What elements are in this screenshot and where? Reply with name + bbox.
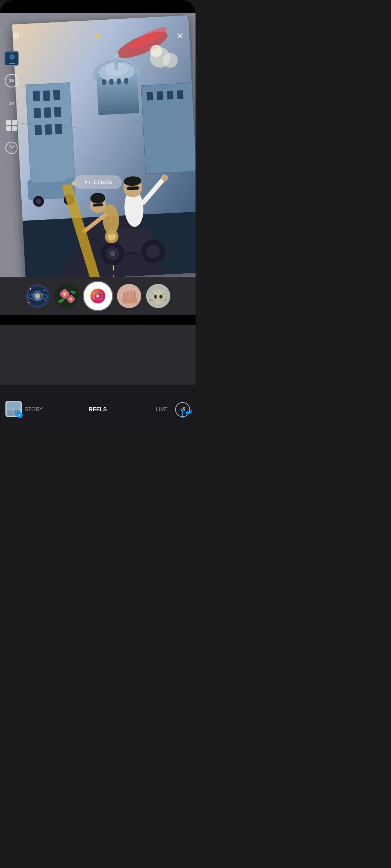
instagram-gradient-icon	[90, 289, 105, 303]
svg-rect-15	[43, 91, 50, 101]
live-label: LIVE	[156, 407, 168, 413]
svg-rect-25	[157, 91, 163, 100]
status-bar	[0, 0, 196, 13]
nav-reels[interactable]: REELS	[71, 403, 125, 416]
svg-rect-16	[53, 90, 61, 100]
layout-cell	[6, 126, 11, 131]
thumbnail-item-1[interactable]	[25, 284, 50, 308]
svg-rect-99	[122, 298, 137, 303]
svg-point-110	[160, 295, 162, 298]
svg-rect-11	[117, 78, 121, 85]
svg-rect-18	[44, 107, 51, 118]
clock-timer-button[interactable]	[3, 140, 20, 156]
record-button[interactable]	[84, 282, 112, 310]
gallery-thumbnail: ▬▬	[4, 51, 19, 66]
bottom-navigation: + STORY REELS LIVE ↺	[0, 385, 196, 434]
add-badge: +	[17, 412, 23, 418]
play-triangle-icon	[97, 294, 100, 298]
svg-point-102	[151, 289, 166, 304]
svg-rect-119	[7, 410, 14, 416]
layout-cell	[12, 126, 17, 131]
svg-rect-12	[124, 78, 128, 84]
layout-button[interactable]	[3, 117, 20, 134]
camera-viewfinder: ⚙ ⚡ ✕ ▬▬	[0, 13, 196, 277]
story-label: STORY	[24, 407, 43, 413]
svg-point-109	[155, 295, 156, 298]
effects-label: Effects	[94, 179, 112, 186]
thumbnail-strip	[0, 277, 196, 315]
svg-rect-13	[26, 83, 75, 186]
flash-button[interactable]: ⚡	[90, 28, 105, 43]
phone-frame: ⚙ ⚡ ✕ ▬▬	[0, 0, 196, 434]
settings-button[interactable]: ⚙	[8, 28, 23, 43]
clock-minute-hand	[12, 145, 16, 148]
svg-point-75	[43, 290, 44, 291]
svg-rect-21	[45, 124, 52, 135]
svg-rect-55	[93, 203, 103, 207]
watermark-bracket-left: [	[181, 408, 184, 418]
safe-area	[0, 315, 196, 325]
effects-area: ✦+ Effects	[74, 175, 122, 189]
svg-point-74	[30, 288, 31, 290]
effects-button[interactable]: ✦+ Effects	[74, 175, 122, 189]
svg-point-76	[45, 300, 46, 301]
close-icon: ✕	[176, 32, 184, 40]
nav-bar: + STORY REELS LIVE ↺	[0, 385, 196, 434]
close-button[interactable]: ✕	[172, 28, 187, 43]
zoom-button[interactable]: 1×	[3, 95, 20, 111]
svg-rect-17	[34, 108, 41, 118]
clock-icon	[5, 142, 18, 154]
svg-rect-19	[54, 107, 61, 117]
sparkle-icon: ✦+	[83, 179, 91, 185]
zoom-level: 1×	[8, 100, 14, 106]
layout-cell	[6, 120, 11, 125]
gear-icon: ⚙	[12, 31, 20, 41]
svg-rect-49	[127, 186, 139, 190]
svg-rect-26	[167, 91, 173, 100]
thumbnail-item-2[interactable]	[55, 284, 79, 308]
svg-rect-27	[177, 90, 183, 99]
gallery-button[interactable]: ▬▬	[3, 50, 20, 66]
svg-point-91	[69, 298, 72, 300]
timer-value: 15	[9, 78, 14, 83]
svg-point-66	[9, 54, 15, 60]
reels-play-icon	[94, 293, 102, 299]
thumbnail-item-5[interactable]	[146, 284, 170, 308]
svg-rect-20	[35, 125, 42, 135]
flash-icon: ⚡	[92, 31, 103, 41]
timer-display: 15	[5, 74, 18, 87]
svg-rect-118	[7, 402, 20, 409]
reels-label: REELS	[89, 407, 107, 413]
left-sidebar: ▬▬ 15 1×	[3, 50, 20, 156]
svg-rect-24	[146, 92, 153, 101]
layout-cell	[12, 120, 17, 125]
layout-icon	[5, 119, 18, 132]
svg-rect-32	[32, 171, 66, 183]
svg-rect-10	[109, 79, 114, 85]
top-bar: ⚙ ⚡ ✕	[0, 26, 196, 46]
watermark: [ ↵	[181, 408, 193, 418]
artwork-svg	[12, 15, 196, 277]
svg-rect-9	[102, 79, 106, 85]
artwork-display	[12, 15, 196, 277]
watermark-bracket-right: ↵	[185, 408, 193, 418]
nav-gallery-button[interactable]: +	[5, 401, 22, 418]
timer-button[interactable]: 15	[3, 73, 20, 89]
artwork-background	[12, 15, 196, 277]
svg-rect-14	[33, 91, 40, 101]
svg-point-85	[63, 292, 66, 296]
thumbnail-item-4[interactable]	[117, 284, 141, 308]
svg-point-77	[28, 302, 29, 303]
svg-text:▬▬: ▬▬	[9, 62, 15, 65]
